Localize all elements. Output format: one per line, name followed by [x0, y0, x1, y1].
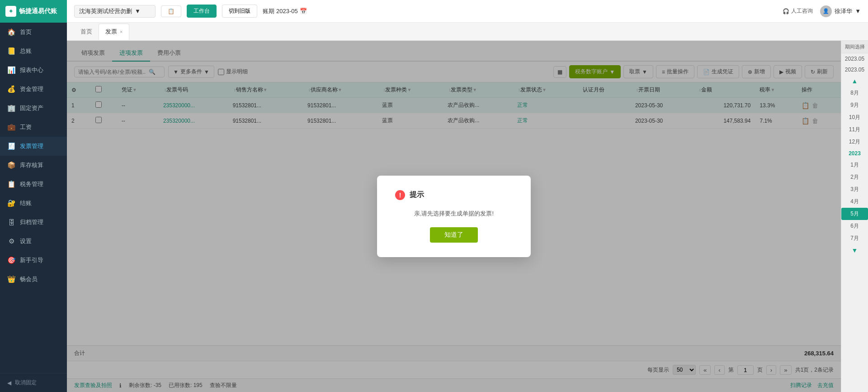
sidebar-item-home[interactable]: 🏠 首页	[0, 23, 67, 42]
logo-icon: ✦	[5, 6, 16, 17]
sidebar-item-label: 结账	[20, 199, 32, 207]
assets-icon: 🏢	[7, 104, 15, 112]
tab-home[interactable]: 首页	[74, 24, 99, 39]
sidebar-item-assets[interactable]: 🏢 固定资产	[0, 99, 67, 118]
modal-title: 提示	[410, 190, 424, 200]
app-logo: ✦ 畅捷通易代账	[0, 0, 67, 23]
period-month-4[interactable]: 4月	[841, 196, 868, 208]
modal-ok-btn[interactable]: 知道了	[430, 227, 478, 243]
ledger-icon: 📒	[7, 47, 15, 55]
sidebar-item-ledger[interactable]: 📒 总账	[0, 42, 67, 61]
user-dropdown-icon: ▼	[855, 8, 861, 14]
period-month-5[interactable]: 5月	[841, 208, 868, 220]
sidebar-item-funds[interactable]: 💰 资金管理	[0, 80, 67, 99]
inventory-icon: 📦	[7, 161, 15, 169]
sidebar-item-label: 首页	[20, 28, 32, 36]
period-header: 期间选择	[841, 41, 868, 53]
sidebar-item-label: 新手引导	[20, 256, 43, 264]
period-month-3[interactable]: 3月	[841, 183, 868, 196]
period-2023-05-2[interactable]: 2023.05	[841, 64, 868, 75]
period-month-12[interactable]: 12月	[841, 136, 868, 148]
cancel-fixed-btn[interactable]: ◀ 取消固定	[0, 373, 67, 392]
tab-close-icon[interactable]: ×	[120, 29, 123, 34]
invoices-icon: 🧾	[7, 142, 15, 150]
copy-btn[interactable]: 📋	[161, 5, 181, 17]
sidebar-item-label: 发票管理	[20, 142, 43, 150]
period-value: 2023-05	[276, 8, 298, 14]
user-menu[interactable]: 👤 徐泽华 ▼	[820, 5, 861, 17]
modal-box: ! 提示 亲,请先选择要生成单据的发票! 知道了	[377, 176, 531, 258]
payroll-icon: 💼	[7, 123, 15, 131]
sidebar-item-label: 设置	[20, 237, 32, 245]
period-month-8[interactable]: 8月	[841, 87, 868, 99]
sidebar-item-settings[interactable]: ⚙ 设置	[0, 232, 67, 251]
period-month-11[interactable]: 11月	[841, 124, 868, 136]
app-title: 畅捷通易代账	[19, 7, 57, 15]
period-2023-05-1[interactable]: 2023.05	[841, 53, 868, 64]
vip-icon: 👑	[7, 275, 15, 283]
reports-icon: 📊	[7, 66, 15, 74]
main-area: 沈海英测试经营勿删 ▼ 📋 工作台 切到旧版 账期 2023-05 📅 🎧 人工…	[67, 0, 868, 392]
modal-overlay: ! 提示 亲,请先选择要生成单据的发票! 知道了	[67, 41, 841, 392]
period-sidebar: 期间选择 2023.05 2023.05 ▲ 8月 9月 10月 11月 12月…	[841, 41, 868, 392]
main-content: 销项发票 进项发票 费用小票 🔍 ▼ 更多条件 ▼ 显示明细	[67, 41, 841, 392]
archive-icon: 🗄	[7, 219, 15, 226]
sidebar-item-label: 固定资产	[20, 104, 43, 112]
company-name: 沈海英测试经营勿删	[79, 7, 132, 15]
sidebar-item-label: 归档管理	[20, 218, 43, 226]
company-dropdown-icon: ▼	[135, 8, 141, 14]
period-month-6[interactable]: 6月	[841, 220, 868, 232]
sidebar-item-label: 库存核算	[20, 161, 43, 169]
home-icon: 🏠	[7, 28, 15, 36]
sidebar-item-inventory[interactable]: 📦 库存核算	[0, 156, 67, 175]
tab-home-label: 首页	[80, 28, 92, 36]
modal-message: 亲,请先选择要生成单据的发票!	[414, 209, 494, 219]
cancel-fixed-icon: ◀	[7, 380, 11, 386]
company-selector[interactable]: 沈海英测试经营勿删 ▼	[74, 5, 156, 18]
support-label: 人工咨询	[791, 7, 813, 15]
sidebar-item-invoices[interactable]: 🧾 发票管理	[0, 137, 67, 156]
closing-icon: 🔐	[7, 199, 15, 207]
period-display: 账期 2023-05 📅	[263, 7, 307, 15]
workspace-btn[interactable]: 工作台	[187, 5, 217, 18]
sidebar-item-reports[interactable]: 📊 报表中心	[0, 61, 67, 80]
period-collapse-up[interactable]: ▲	[841, 75, 868, 87]
sidebar-item-label: 工资	[20, 123, 32, 131]
sidebar-item-label: 总账	[20, 47, 32, 55]
topbar-right: 🎧 人工咨询 👤 徐泽华 ▼	[783, 5, 861, 17]
calendar-icon[interactable]: 📅	[300, 8, 307, 14]
user-name: 徐泽华	[835, 7, 852, 15]
period-label: 账期	[263, 7, 274, 15]
sidebar-item-payroll[interactable]: 💼 工资	[0, 118, 67, 137]
support-link[interactable]: 🎧 人工咨询	[783, 7, 813, 15]
sidebar-item-guide[interactable]: 🎯 新手引导	[0, 251, 67, 270]
period-month-10[interactable]: 10月	[841, 111, 868, 124]
sidebar-item-label: 税务管理	[20, 180, 43, 188]
avatar: 👤	[820, 5, 832, 17]
tab-bar: 首页 发票 ×	[67, 23, 868, 41]
support-icon: 🎧	[783, 8, 789, 14]
period-month-7[interactable]: 7月	[841, 232, 868, 244]
topbar: 沈海英测试经营勿删 ▼ 📋 工作台 切到旧版 账期 2023-05 📅 🎧 人工…	[67, 0, 868, 23]
tab-invoices[interactable]: 发票 ×	[99, 24, 129, 40]
sidebar-item-label: 畅会员	[20, 275, 38, 283]
sidebar-item-closing[interactable]: 🔐 结账	[0, 194, 67, 213]
period-month-9[interactable]: 9月	[841, 99, 868, 111]
sidebar-item-label: 资金管理	[20, 85, 43, 93]
settings-icon: ⚙	[7, 237, 15, 245]
modal-warning-icon: !	[395, 190, 405, 200]
switch-version-btn[interactable]: 切到旧版	[222, 5, 257, 18]
sidebar-item-tax[interactable]: 📋 税务管理	[0, 175, 67, 194]
sidebar-item-vip[interactable]: 👑 畅会员	[0, 270, 67, 289]
sidebar-item-label: 报表中心	[20, 66, 43, 74]
guide-icon: 🎯	[7, 256, 15, 264]
tax-icon: 📋	[7, 180, 15, 188]
period-month-2[interactable]: 2月	[841, 171, 868, 183]
sidebar-item-archive[interactable]: 🗄 归档管理	[0, 213, 67, 232]
funds-icon: 💰	[7, 85, 15, 93]
cancel-fixed-label: 取消固定	[15, 379, 37, 387]
period-month-1[interactable]: 1月	[841, 159, 868, 171]
period-year-2023[interactable]: 2023	[841, 148, 868, 159]
modal-title-row: ! 提示	[395, 190, 424, 200]
period-collapse-down[interactable]: ▼	[841, 244, 868, 256]
